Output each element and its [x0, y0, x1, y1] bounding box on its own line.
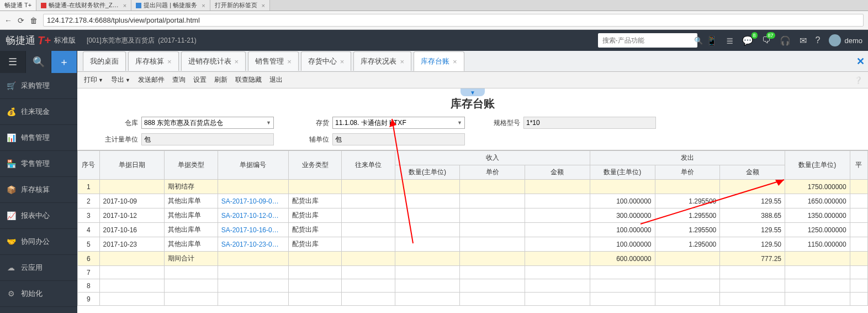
tab[interactable]: 我的桌面 — [83, 51, 126, 71]
col-in-price[interactable]: 单价 — [460, 165, 525, 180]
col-doctype[interactable]: 单据类型 — [165, 151, 218, 180]
close-icon[interactable]: × — [453, 58, 457, 66]
toolbar-item[interactable]: 退出 — [269, 75, 283, 85]
list-icon[interactable]: ≣ — [726, 35, 733, 46]
message-icon[interactable]: 🗨87 — [762, 35, 771, 45]
search-input[interactable] — [598, 36, 690, 44]
sidebar-item[interactable]: 🏪零售管理 — [0, 151, 77, 177]
close-icon[interactable]: × — [287, 58, 292, 66]
help-icon[interactable]: ? — [816, 35, 821, 45]
close-icon[interactable]: × — [235, 58, 239, 66]
col-bal-qty[interactable]: 数量(主单位) — [785, 151, 850, 180]
toolbar-item[interactable]: 查询 — [172, 75, 186, 85]
table-row[interactable]: 9 — [78, 293, 868, 306]
toolbar-item[interactable]: 刷新 — [214, 75, 227, 85]
col-out-group[interactable]: 发出 — [590, 151, 785, 165]
cell-docno[interactable]: SA-2017-10-09-0… — [218, 194, 288, 208]
product-search[interactable]: 🔍 — [598, 33, 697, 48]
headset-icon[interactable]: 🎧 — [780, 35, 791, 46]
col-in-amt[interactable]: 金额 — [525, 165, 590, 180]
sidebar-item[interactable]: 📦库存核算 — [0, 177, 77, 203]
table-row[interactable]: 1 期初结存 1750.000000 — [78, 180, 868, 194]
toolbar-item[interactable]: 设置 — [193, 75, 207, 85]
tab[interactable]: 存货中心× — [301, 51, 352, 71]
url-input[interactable]: 124.172.178.4:6688/tplus/view/portal/por… — [43, 14, 864, 27]
inventory-dropdown[interactable]: 11.1.08. 卡通信封 KTXF▼ — [332, 117, 465, 129]
back-icon[interactable]: ← — [4, 16, 12, 25]
feedback-icon[interactable]: ✉ — [800, 35, 807, 46]
close-icon[interactable]: × — [400, 58, 404, 66]
close-icon[interactable]: × — [340, 58, 345, 66]
cell-bal-last — [850, 293, 867, 306]
sidebar-item-icon: 📊 — [7, 133, 15, 142]
close-icon[interactable]: × — [262, 2, 265, 9]
table-row[interactable]: 4 2017-10-16 其他出库单 SA-2017-10-16-0… 配货出库… — [78, 223, 868, 237]
search-icon[interactable]: 🔍 — [690, 36, 707, 45]
cell-docno[interactable]: SA-2017-10-16-0… — [218, 223, 288, 237]
table-row[interactable]: 3 2017-10-12 其他出库单 SA-2017-10-12-0… 配货出库… — [78, 208, 868, 223]
toolbar-item[interactable]: 导出▼ — [111, 75, 130, 85]
tab[interactable]: 库存台账× — [414, 51, 464, 71]
cell-doctype: 其他出库单 — [165, 194, 218, 208]
warehouse-dropdown[interactable]: 888 东莞市惠及百货店总仓▼ — [141, 117, 274, 129]
user-menu[interactable]: demo — [829, 34, 862, 46]
tab[interactable]: 库存核算× — [128, 51, 179, 71]
panel-collapse-icon[interactable]: ▼ — [461, 88, 485, 96]
col-bal-last[interactable]: 平 — [850, 151, 867, 180]
sidebar-item[interactable]: 🤝协同办公 — [0, 229, 77, 255]
browser-tab[interactable]: 打开新的标签页× — [210, 0, 270, 11]
tab[interactable]: 进销存统计表× — [181, 51, 246, 71]
sidebar-item[interactable]: 💰往来现金 — [0, 99, 77, 125]
toolbar-help-icon[interactable]: ❔ — [854, 76, 862, 84]
trash-icon[interactable]: 🗑 — [30, 16, 38, 25]
col-out-qty[interactable]: 数量(主单位) — [590, 165, 655, 180]
docno-link[interactable]: SA-2017-10-16-0… — [221, 226, 279, 234]
table-row[interactable]: 6 期间合计 600.000000 777.25 — [78, 252, 868, 266]
toolbar-item[interactable]: 打印▼ — [84, 75, 103, 85]
col-partner[interactable]: 往来单位 — [342, 151, 395, 180]
sidebar-search[interactable]: 🔍 — [26, 51, 52, 73]
sidebar-item[interactable]: ☁云应用 — [0, 255, 77, 281]
browser-tab[interactable]: 提出问题 | 畅捷服务× — [131, 0, 210, 11]
sidebar-item[interactable]: 🛒采购管理 — [0, 73, 77, 99]
close-icon[interactable]: × — [123, 2, 126, 9]
tab[interactable]: 销售管理× — [248, 51, 299, 71]
sidebar-item[interactable]: ⚙初始化 — [0, 281, 77, 307]
table-row[interactable]: 7 — [78, 266, 868, 279]
mobile-icon[interactable]: 📱 — [706, 35, 717, 46]
docno-link[interactable]: SA-2017-10-23-0… — [221, 241, 279, 248]
cell-docno[interactable]: SA-2017-10-23-0… — [218, 237, 288, 252]
col-out-price[interactable]: 单价 — [655, 165, 720, 180]
menu-toggle[interactable]: ☰ — [0, 51, 26, 73]
browser-tab[interactable]: 畅捷通-在线财务软件_Z…× — [36, 0, 131, 11]
col-out-amt[interactable]: 金额 — [720, 165, 785, 180]
toolbar-item[interactable]: 联查隐藏 — [235, 75, 262, 85]
close-icon[interactable]: × — [167, 58, 172, 66]
close-icon[interactable]: × — [202, 2, 205, 9]
col-docno[interactable]: 单据编号 — [218, 151, 288, 180]
reload-icon[interactable]: ⟳ — [18, 16, 24, 25]
col-date[interactable]: 单据日期 — [99, 151, 165, 180]
sidebar-item-icon: 📦 — [7, 185, 15, 194]
report-table-wrap[interactable]: 序号 单据日期 单据类型 单据编号 业务类型 往来单位 收入 发出 数量(主单位… — [77, 150, 868, 313]
sidebar-item[interactable]: 📈报表中心 — [0, 203, 77, 229]
browser-tab[interactable]: 畅捷通 T+ — [0, 0, 36, 11]
chat-icon[interactable]: 💬8 — [742, 35, 753, 46]
tab[interactable]: 库存状况表× — [353, 51, 411, 71]
col-in-qty[interactable]: 数量(主单位) — [395, 165, 460, 180]
docno-link[interactable]: SA-2017-10-09-0… — [221, 197, 279, 205]
close-all-tabs[interactable]: ✕ — [856, 55, 865, 67]
cell-out-price: 1.295500 — [655, 208, 720, 223]
table-row[interactable]: 8 — [78, 279, 868, 293]
toolbar-item[interactable]: 发送邮件 — [138, 75, 165, 85]
table-row[interactable]: 5 2017-10-23 其他出库单 SA-2017-10-23-0… 配货出库… — [78, 237, 868, 252]
sidebar-item[interactable]: 📊销售管理 — [0, 125, 77, 151]
docno-link[interactable]: SA-2017-10-12-0… — [221, 212, 279, 220]
sidebar-add[interactable]: ＋ — [51, 51, 77, 73]
cell-seq: 3 — [78, 208, 100, 223]
col-biztype[interactable]: 业务类型 — [289, 151, 342, 180]
col-in-group[interactable]: 收入 — [395, 151, 590, 165]
table-row[interactable]: 2 2017-10-09 其他出库单 SA-2017-10-09-0… 配货出库… — [78, 194, 868, 208]
cell-docno[interactable]: SA-2017-10-12-0… — [218, 208, 288, 223]
col-seq[interactable]: 序号 — [78, 151, 100, 180]
